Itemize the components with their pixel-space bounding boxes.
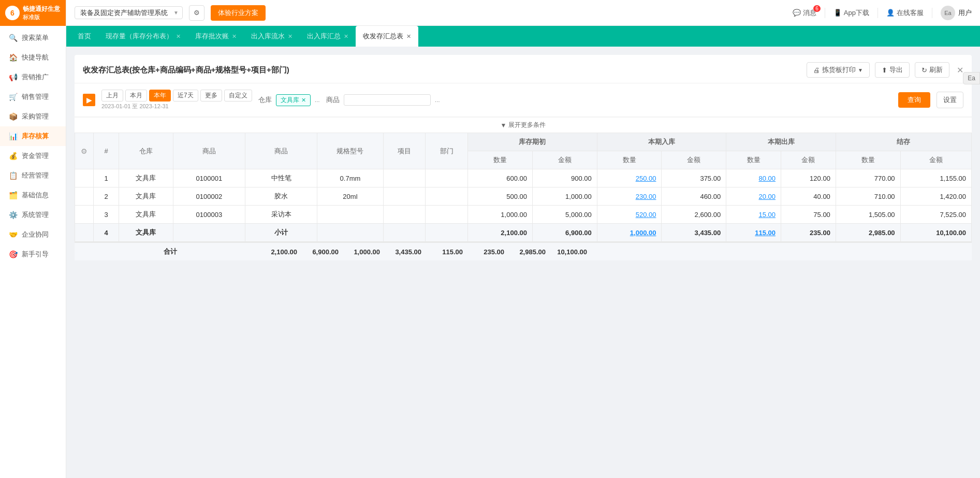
cell-link[interactable]: 230.00 — [636, 193, 656, 200]
cell-link[interactable]: 80.00 — [758, 175, 776, 182]
main-table-wrapper: ⚙ # 仓库 商品 商品 规格型号 项目 部门 库存期初 本期入库 本期出库 结… — [75, 133, 972, 242]
cell-link[interactable]: 20.00 — [758, 193, 776, 200]
sidebar-item-newbie[interactable]: 🎯新手引导 — [0, 244, 66, 264]
date-btn-本年[interactable]: 本年 — [149, 90, 171, 102]
sidebar-item-basic-info[interactable]: 🗂️基础信息 — [0, 185, 66, 205]
sidebar-item-system[interactable]: ⚙️系统管理 — [0, 205, 66, 225]
tab-inout-summary[interactable]: 出入库汇总✕ — [300, 26, 356, 47]
date-btn-近7天[interactable]: 近7天 — [173, 90, 198, 102]
row-settings-cell[interactable] — [75, 206, 94, 224]
date-btn-本月[interactable]: 本月 — [125, 90, 147, 102]
table-cell: 小计 — [245, 224, 317, 242]
table-cell[interactable]: 20.00 — [726, 187, 781, 206]
cell-link[interactable]: 115.00 — [755, 229, 776, 237]
cell-link[interactable]: 250.00 — [636, 175, 656, 182]
filter-settings-button[interactable]: 设置 — [937, 92, 963, 108]
online-service-action[interactable]: 👤 在线客服 — [886, 8, 924, 18]
col-in-qty-header: 数量 — [597, 151, 662, 169]
warehouse-tag-close[interactable]: ✕ — [301, 97, 306, 104]
sidebar-item-marketing[interactable]: 📢营销推广 — [0, 67, 66, 87]
table-cell[interactable]: 230.00 — [597, 187, 662, 206]
table-cell: 460.00 — [662, 187, 726, 206]
row-settings-cell[interactable] — [75, 187, 94, 206]
sidebar-item-purchase[interactable]: 📦采购管理 — [0, 107, 66, 126]
col-in-amt-header: 金额 — [662, 151, 726, 169]
tab-batch-ledger[interactable]: 库存批次账✕ — [188, 26, 244, 47]
table-cell — [383, 224, 426, 242]
user-menu[interactable]: Ea 用户 — [941, 6, 972, 20]
warehouse-more-button[interactable]: ... — [315, 96, 320, 104]
print-button[interactable]: 🖨 拣货板打印 ▼ — [807, 62, 870, 78]
tab-close-stock-dist[interactable]: ✕ — [176, 33, 181, 40]
table-settings-icon[interactable]: ⚙ — [81, 147, 87, 155]
query-button[interactable]: 查询 — [898, 92, 930, 108]
table-cell: 20ml — [317, 187, 383, 206]
system-select[interactable]: 装备及固定资产辅助管理系统 — [75, 6, 183, 19]
table-cell[interactable]: 15.00 — [726, 206, 781, 224]
sidebar-item-inventory[interactable]: 📊库存核算 — [0, 126, 66, 146]
col-opening-header: 库存期初 — [468, 133, 597, 151]
tab-close-batch-ledger[interactable]: ✕ — [232, 33, 237, 40]
divider-3 — [932, 8, 932, 18]
filter-toggle-button[interactable]: ▶ — [83, 94, 95, 106]
sidebar-item-label: 资金管理 — [22, 151, 49, 161]
table-cell[interactable]: 520.00 — [597, 206, 662, 224]
inventory-icon: 📊 — [8, 132, 18, 141]
row-settings-cell[interactable] — [75, 224, 94, 242]
table-cell[interactable]: 80.00 — [726, 169, 781, 187]
close-page-icon[interactable]: ✕ — [957, 65, 963, 75]
cell-link[interactable]: 1,000.00 — [630, 229, 656, 237]
tab-close-inout-flow[interactable]: ✕ — [288, 33, 292, 40]
date-range-display: 2023-01-01 至 2023-12-31 — [101, 103, 252, 110]
tab-inout-flow[interactable]: 出入库流水✕ — [244, 26, 300, 47]
tab-label-inout-summary: 出入库汇总 — [307, 32, 341, 41]
col-out-amt-header: 金额 — [781, 151, 836, 169]
col-close-amt-header: 金额 — [900, 151, 971, 169]
table-cell: 文具库 — [119, 206, 173, 224]
tab-home[interactable]: 首页 — [70, 26, 98, 47]
product-more-button[interactable]: ... — [435, 96, 440, 104]
table-cell[interactable]: 250.00 — [597, 169, 662, 187]
cell-link[interactable]: 15.00 — [758, 211, 776, 219]
table-cell — [383, 206, 426, 224]
date-btn-上月[interactable]: 上月 — [101, 90, 123, 102]
table-cell: 文具库 — [119, 169, 173, 187]
tab-close-recv-send-summary[interactable]: ✕ — [406, 33, 411, 40]
experience-button[interactable]: 体验行业方案 — [211, 5, 266, 21]
col-open-qty-header: 数量 — [468, 151, 533, 169]
row-settings-cell[interactable] — [75, 169, 94, 187]
sidebar-item-quick-nav[interactable]: 🏠快捷导航 — [0, 48, 66, 67]
print-dropdown-arrow: ▼ — [858, 67, 863, 73]
product-search-input[interactable] — [344, 94, 431, 106]
table-cell — [383, 187, 426, 206]
table-cell[interactable]: 1,000.00 — [597, 224, 662, 242]
date-btn-更多[interactable]: 更多 — [200, 90, 222, 102]
tab-label-inout-flow: 出入库流水 — [251, 32, 285, 41]
table-cell: 1,000.00 — [532, 187, 597, 206]
print-icon: 🖨 — [813, 66, 820, 74]
warehouse-tag[interactable]: 文具库 ✕ — [276, 94, 311, 106]
sidebar-item-finance[interactable]: 💰资金管理 — [0, 146, 66, 166]
warehouse-filter-group: 仓库 文具库 ✕ ... — [258, 94, 320, 106]
messages-action[interactable]: 💬 消息 6 — [793, 8, 816, 18]
sidebar-item-corp-collab[interactable]: 🤝企业协同 — [0, 225, 66, 244]
expand-conditions-button[interactable]: ▼ 展开更多条件 — [75, 117, 972, 133]
refresh-button[interactable]: ↻ 刷新 — [915, 62, 949, 78]
date-btn-自定义[interactable]: 自定义 — [224, 90, 252, 102]
app-download-action[interactable]: 📱 App下载 — [833, 8, 869, 18]
sidebar-item-sales[interactable]: 🛒销售管理 — [0, 87, 66, 107]
settings-gear-button[interactable]: ⚙ — [189, 5, 204, 21]
export-button[interactable]: ⬆ 导出 — [875, 62, 910, 78]
sidebar-item-search[interactable]: 🔍搜索菜单 — [0, 28, 66, 48]
sidebar-logo: 6 畅捷通好生意 标准版 — [0, 0, 66, 26]
tab-recv-send-summary[interactable]: 收发存汇总表✕ — [356, 26, 418, 47]
operation-icon: 📋 — [8, 171, 18, 180]
table-cell[interactable]: 115.00 — [726, 224, 781, 242]
cell-link[interactable]: 520.00 — [636, 211, 656, 219]
tab-close-inout-summary[interactable]: ✕ — [344, 33, 348, 40]
sidebar-item-operation[interactable]: 📋经营管理 — [0, 166, 66, 185]
refresh-icon: ↻ — [922, 66, 927, 74]
ea-badge[interactable]: Ea — [963, 72, 980, 84]
tab-stock-dist[interactable]: 现存量（库存分布表）✕ — [98, 26, 188, 47]
table-cell: 0100003 — [173, 206, 245, 224]
